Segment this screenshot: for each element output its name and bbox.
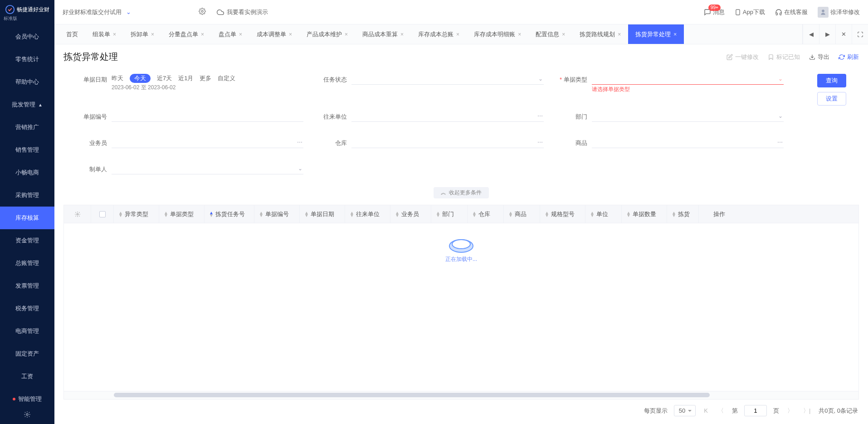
tab-close-all-button[interactable]: ✕ [835, 24, 852, 44]
table-column-header[interactable]: ▲▼商品 [504, 205, 540, 223]
date-range-option[interactable]: 近7天 [157, 74, 172, 82]
tab[interactable]: 分量盘点单× [161, 24, 211, 44]
sidebar-item[interactable]: 总账管理 [0, 252, 54, 275]
sidebar-item[interactable]: 小畅电商 [0, 161, 54, 184]
tab[interactable]: 库存成本明细账× [467, 24, 528, 44]
more-icon[interactable]: ⋯ [297, 139, 302, 145]
settings-button[interactable]: 设置 [817, 92, 846, 106]
settings-icon[interactable] [199, 8, 206, 16]
sidebar-item[interactable]: 电商管理 [0, 320, 54, 342]
close-icon[interactable]: × [562, 31, 565, 38]
table-settings-button[interactable] [64, 205, 91, 223]
table-column-header[interactable]: ▲▼单据类型 [159, 205, 205, 223]
table-column-header[interactable]: ▲▼拣货任务号 [205, 205, 254, 223]
sidebar-settings-icon[interactable] [0, 406, 54, 424]
tab[interactable]: 拆卸单× [123, 24, 161, 44]
close-icon[interactable]: × [239, 31, 242, 38]
table-column-header[interactable]: ▲▼异常类型 [114, 205, 159, 223]
last-page-button[interactable]: 〉| [801, 407, 812, 415]
tab[interactable]: 拣货路线规划× [572, 24, 628, 44]
sidebar-item[interactable]: 帮助中心 [0, 71, 54, 93]
close-icon[interactable]: × [289, 31, 292, 38]
table-column-header[interactable]: ▲▼部门 [431, 205, 468, 223]
close-icon[interactable]: × [673, 31, 677, 38]
table-column-header[interactable]: ▲▼业务员 [390, 205, 431, 223]
sidebar-item[interactable]: 营销推广 [0, 116, 54, 139]
sidebar-item[interactable]: 销售管理 [0, 139, 54, 161]
more-icon[interactable]: ⋯ [777, 139, 783, 145]
chevron-down-icon[interactable]: ⌄ [298, 165, 302, 172]
sidebar-item[interactable]: 会员中心 [0, 25, 54, 48]
fullscreen-button[interactable] [852, 24, 868, 44]
close-icon[interactable]: × [618, 31, 621, 38]
sidebar-item[interactable]: 采购管理 [0, 184, 54, 207]
select-all-checkbox[interactable] [91, 205, 114, 223]
sidebar-item[interactable]: 工资 [0, 365, 54, 388]
environment-selector[interactable]: 好业财标准版交付试用 ⌄ [63, 8, 180, 16]
table-column-header[interactable]: ▲▼拣货 [667, 205, 699, 223]
messages-button[interactable]: 99+ 消息 [704, 8, 725, 16]
customer-service-button[interactable]: 在线客服 [775, 8, 808, 16]
page-input[interactable] [744, 405, 767, 416]
prev-page-button[interactable]: 〈 [716, 407, 726, 415]
tab[interactable]: 商品成本重算× [355, 24, 411, 44]
close-icon[interactable]: × [113, 31, 116, 38]
mark-known-button[interactable]: 标记已知 [768, 53, 800, 61]
first-page-button[interactable]: K [702, 407, 710, 414]
close-icon[interactable]: × [345, 31, 348, 38]
close-icon[interactable]: × [201, 31, 204, 38]
close-icon[interactable]: × [518, 31, 521, 38]
table-column-header[interactable]: ▲▼仓库 [468, 205, 504, 223]
next-page-button[interactable]: 〉 [785, 407, 795, 415]
sidebar-item[interactable]: 批发管理▲ [0, 93, 54, 116]
doc-type-select[interactable] [592, 74, 784, 85]
horizontal-scrollbar[interactable] [64, 391, 858, 399]
tab[interactable]: 首页 [59, 24, 85, 44]
tab[interactable]: 配置信息× [528, 24, 572, 44]
warehouse-input[interactable] [351, 137, 543, 148]
table-column-header[interactable]: ▲▼单据编号 [254, 205, 300, 223]
app-download-button[interactable]: App下载 [735, 8, 765, 16]
demo-link[interactable]: 我要看实例演示 [217, 8, 268, 16]
sidebar-item[interactable]: 发票管理 [0, 275, 54, 297]
table-column-header[interactable]: ▲▼单位 [585, 205, 622, 223]
sidebar-item[interactable]: 固定资产 [0, 342, 54, 365]
tab[interactable]: 成本调整单× [249, 24, 299, 44]
date-range-option[interactable]: 自定义 [218, 74, 235, 82]
dept-select[interactable] [592, 111, 784, 122]
page-size-select[interactable]: 50 [674, 405, 696, 416]
sidebar-item[interactable]: 资金管理 [0, 229, 54, 252]
sidebar-item[interactable]: 零售统计 [0, 48, 54, 71]
date-range-option[interactable]: 近1月 [178, 74, 193, 82]
salesperson-input[interactable] [112, 137, 303, 148]
close-icon[interactable]: × [400, 31, 404, 38]
table-column-header[interactable]: ▲▼单据数量 [622, 205, 667, 223]
goods-input[interactable] [592, 137, 784, 148]
date-range-option[interactable]: 昨天 [112, 74, 123, 82]
query-button[interactable]: 查询 [817, 74, 846, 87]
table-column-header[interactable]: ▲▼往来单位 [345, 205, 390, 223]
doc-no-input[interactable] [112, 111, 303, 122]
sidebar-item[interactable]: 智能管理 [0, 388, 54, 406]
close-icon[interactable]: × [456, 31, 459, 38]
table-column-header[interactable]: ▲▼单据日期 [300, 205, 345, 223]
chevron-down-icon[interactable]: ⌄ [778, 113, 783, 119]
sidebar-item[interactable]: 税务管理 [0, 297, 54, 320]
tab[interactable]: 组装单× [85, 24, 123, 44]
maker-select[interactable] [112, 164, 303, 174]
tab-scroll-left-button[interactable]: ◀ [803, 24, 819, 44]
date-range-option[interactable]: 更多 [200, 74, 211, 82]
tab[interactable]: 库存成本总账× [411, 24, 467, 44]
table-column-header[interactable]: ▲▼规格型号 [540, 205, 585, 223]
date-range-option[interactable]: 今天 [130, 74, 151, 83]
tab[interactable]: 盘点单× [211, 24, 249, 44]
sidebar-item[interactable]: 库存核算 [0, 207, 54, 229]
batch-modify-button[interactable]: 一键修改 [727, 53, 759, 61]
task-status-select[interactable] [351, 74, 543, 85]
tab[interactable]: 产品成本维护× [299, 24, 355, 44]
collapse-filters-button[interactable]: ︽ 收起更多条件 [434, 187, 489, 198]
close-icon[interactable]: × [151, 31, 154, 38]
more-icon[interactable]: ⋯ [537, 113, 543, 119]
chevron-down-icon[interactable]: ⌄ [778, 76, 783, 82]
export-button[interactable]: 导出 [809, 53, 829, 61]
